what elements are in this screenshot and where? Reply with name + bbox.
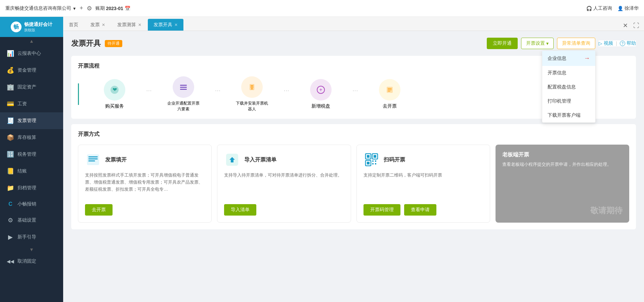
tab-fapiaocesuan[interactable]: 发票测算 ✕: [112, 19, 147, 31]
main-layout: 畅 畅捷通好会计 旗舰版 ▲ 📊 云报表中心 💰 资金管理 🏢 固定资产 💳 工: [0, 17, 644, 302]
scroll-down-arrow[interactable]: ▼: [0, 246, 63, 254]
method-fill-title: 发票填开: [105, 156, 127, 163]
tab-right-actions: ✕ ⛶: [621, 21, 644, 31]
open-now-button[interactable]: 立即开通: [487, 38, 518, 49]
flow-arrow-2: ···: [215, 86, 221, 102]
sidebar-item-shuiwu[interactable]: 🔢 税务管理: [0, 146, 63, 163]
dropdown-kaipiao[interactable]: 开票信息: [542, 66, 595, 80]
svg-rect-13: [388, 89, 392, 90]
shuiwu-icon: 🔢: [7, 151, 14, 158]
svg-text:+: +: [319, 87, 322, 92]
method-import-title: 导入开票清单: [244, 156, 276, 163]
sidebar-item-jiezhang[interactable]: 📒 结账: [0, 163, 63, 180]
invoice-settings-button[interactable]: 开票设置 ▾: [521, 38, 554, 49]
method-scan-code-btn[interactable]: 开票码管理: [363, 204, 400, 216]
video-help-area: ▷ 视频 | ? 帮助: [599, 40, 636, 46]
svg-rect-14: [388, 91, 390, 91]
sidebar-item-gongzi[interactable]: 💳 工资: [0, 96, 63, 112]
flow-arrow-3: ···: [284, 86, 289, 102]
dropdown-peizhi-label: 配置税盘信息: [548, 84, 576, 89]
sidebar-label-guidang: 归档管理: [17, 185, 36, 191]
svg-rect-24: [367, 155, 370, 158]
help-label[interactable]: 帮助: [627, 40, 636, 46]
company-selector[interactable]: 重庆畅捷交通信息咨询有限公司 ▾: [5, 5, 76, 11]
sidebar-item-xiaochang[interactable]: C 小畅报销: [0, 196, 63, 212]
flow-step-5-icon: [379, 79, 400, 101]
video-label[interactable]: 视频: [604, 40, 613, 46]
tab-fapiaokaiJu-close[interactable]: ✕: [174, 23, 178, 27]
tab-fapiao[interactable]: 发票 ✕: [85, 19, 111, 31]
method-scan-title: 扫码开票: [384, 156, 405, 163]
svg-rect-7: [251, 87, 253, 87]
settings-icon[interactable]: ⚙: [87, 5, 92, 12]
sidebar-item-yunbao[interactable]: 📊 云报表中心: [0, 45, 63, 62]
dropdown-peizhi[interactable]: 配置税盘信息: [542, 80, 595, 94]
zijin-icon: 💰: [7, 67, 14, 74]
svg-rect-27: [372, 160, 374, 162]
svg-rect-25: [374, 155, 376, 158]
sidebar-item-guidang[interactable]: 📁 归档管理: [0, 180, 63, 196]
period-value[interactable]: 2023-01: [106, 6, 123, 11]
close-tab-action[interactable]: ✕: [621, 21, 629, 31]
dropdown-xiazai[interactable]: 下载开票客户端: [542, 108, 595, 122]
dropdown-qiye[interactable]: 企业信息 →: [542, 51, 595, 66]
tab-fapiaocesuan-close[interactable]: ✕: [138, 23, 141, 27]
sidebar-label-fapiao: 发票管理: [17, 118, 36, 124]
fapiao-icon: 🧾: [7, 117, 14, 124]
invoice-settings-label: 开票设置: [526, 40, 545, 46]
header-actions: 立即开通 开票设置 ▾ 异常清单查询 ▷ 视频 | ? 帮助: [487, 38, 636, 49]
sidebar-item-kucun[interactable]: 📦 库存核算: [0, 129, 63, 146]
sidebar-item-xinshouyin[interactable]: ▶ 新手引导: [0, 229, 63, 246]
dropdown-qiye-label: 企业信息: [548, 55, 566, 62]
svg-rect-17: [88, 158, 98, 159]
flow-step-4-icon: +: [310, 79, 332, 101]
tab-fapiao-label: 发票: [90, 22, 100, 28]
play-icon: ▷: [599, 41, 602, 46]
flow-arrow-4: ···: [352, 86, 358, 102]
method-fill-btn[interactable]: 去开票: [85, 204, 113, 216]
sidebar-label-jiezhang: 结账: [17, 168, 27, 174]
svg-rect-4: [180, 89, 187, 90]
add-tab-button[interactable]: +: [80, 5, 83, 12]
abnormal-list-button[interactable]: 异常清单查询: [557, 38, 595, 49]
method-scan-apply-btn[interactable]: 查看申请: [404, 204, 436, 216]
svg-rect-29: [372, 163, 374, 164]
flow-step-3-label: 下载并安装开票机器人: [235, 101, 269, 112]
svg-rect-6: [251, 85, 253, 86]
scroll-up-arrow[interactable]: ▲: [0, 37, 63, 45]
sidebar-item-gudingzichan[interactable]: 🏢 固定资产: [0, 79, 63, 96]
boss-card-desc: 查看老板端小程序提交的开票申请，并作出相应的处理。: [502, 161, 622, 168]
sidebar-item-fapiao[interactable]: 🧾 发票管理: [0, 112, 63, 129]
dropdown-dayinji[interactable]: 打印机管理: [542, 94, 595, 108]
sidebar-label-gongzi: 工资: [17, 101, 27, 107]
yunbao-icon: 📊: [7, 50, 14, 57]
tab-fapiaokaiJu[interactable]: 发票开具 ✕: [148, 19, 183, 31]
cancel-pin-button[interactable]: ◀◀ 取消固定: [0, 254, 63, 269]
top-right: 🎧 人工咨询 👤 徐泽华: [586, 5, 639, 11]
tab-bar: 首页 发票 ✕ 发票测算 ✕ 发票开具 ✕ ✕ ⛶: [63, 17, 644, 31]
expand-tab-action[interactable]: ⛶: [632, 21, 641, 31]
flow-arrow-1: ···: [146, 86, 152, 102]
method-fill: 发票填开 支持按照发票样式手工填开发票；可开具增值税电子普通发票、增值税普通发票…: [78, 145, 212, 223]
flow-step-2-label: 企业开通配置开票六要素: [167, 101, 200, 112]
tab-fapiao-close[interactable]: ✕: [102, 23, 105, 27]
method-scan: 扫码开票 支持定制开票二维码，客户端可扫码开票 开票码管理 查看申请: [356, 145, 490, 223]
method-import-btn[interactable]: 导入清单: [224, 204, 256, 216]
user-name: 徐泽华: [625, 5, 639, 11]
circle-q-icon: ?: [620, 41, 625, 46]
sidebar-item-zijin[interactable]: 💰 资金管理: [0, 62, 63, 79]
calendar-icon[interactable]: 📅: [125, 6, 130, 11]
top-bar-actions: + ⚙: [80, 5, 92, 12]
human-service-button[interactable]: 🎧 人工咨询: [586, 5, 612, 11]
svg-rect-18: [88, 160, 95, 161]
methods-section: 开票方式 发票填开 支持按照发票样式手工填开发票；可开具增值税电子普通发票、增值…: [71, 124, 636, 229]
method-import-header: 导入开票清单: [224, 152, 344, 168]
user-menu[interactable]: 👤 徐泽华: [617, 5, 639, 11]
sidebar-item-jichushezhi[interactable]: ⚙ 基础设置: [0, 212, 63, 229]
guidang-icon: 📁: [7, 184, 14, 192]
page-header: 发票开具 待开通 立即开通 开票设置 ▾ 异常清单查询 ▷ 视频 | ? 帮助: [71, 38, 636, 49]
tab-home[interactable]: 首页: [63, 19, 84, 31]
flow-step-4-label: 新增税盘: [311, 103, 330, 109]
method-scan-desc: 支持定制开票二维码，客户端可扫码开票: [363, 172, 483, 199]
flow-step-1-icon: ❤: [104, 79, 125, 101]
